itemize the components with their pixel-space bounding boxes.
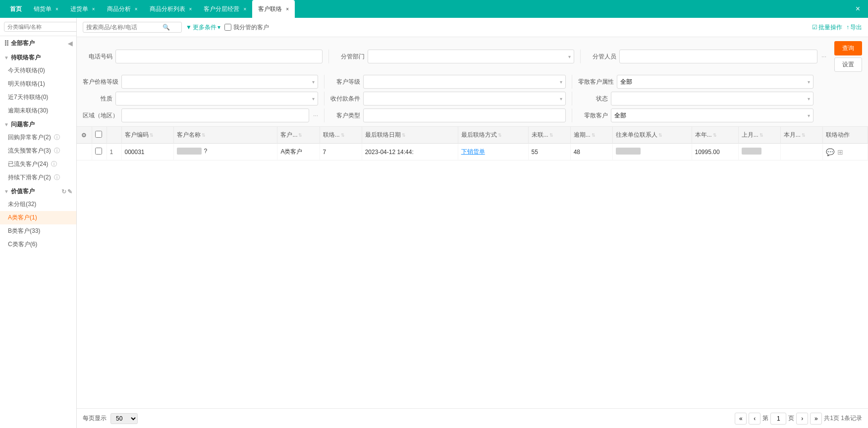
wait-contact-group[interactable]: ▼ 待联络客户	[0, 51, 76, 64]
payment-select[interactable]: ▾	[363, 92, 566, 106]
refresh-icon[interactable]: ↻	[61, 188, 66, 195]
nav-purchase-close[interactable]: ×	[92, 6, 95, 12]
next-page-btn[interactable]: ›	[796, 413, 808, 425]
manager-input[interactable]	[619, 50, 817, 63]
sidebar-class-a[interactable]: A类客户(1)	[0, 211, 76, 224]
gear-column-header[interactable]: ⚙	[77, 127, 92, 144]
phone-input[interactable]	[115, 50, 323, 63]
customer-level-select[interactable]: ▾	[363, 75, 566, 89]
type-column-header[interactable]: 客户... ⇅	[277, 127, 320, 144]
sidebar-today-contact[interactable]: 今天待联络(0)	[0, 64, 76, 77]
select-all-checkbox[interactable]	[95, 131, 102, 138]
all-customers-header[interactable]: ⠿ 全部客户 ◀	[0, 36, 76, 51]
code-column-header[interactable]: 客户编码 ⇅	[121, 127, 174, 144]
region-dots[interactable]: ···	[313, 112, 318, 119]
contact-action-icon[interactable]: 💬	[826, 148, 834, 156]
sidebar-week-contact[interactable]: 近7天待联络(0)	[0, 91, 76, 104]
nav-customer-contact[interactable]: 客户联络 ×	[252, 0, 295, 18]
price-level-select[interactable]: ▾	[121, 75, 318, 89]
filter-search-icon[interactable]: 🔍	[163, 24, 170, 31]
this-year-header[interactable]: 本年... ⇅	[692, 127, 738, 144]
filter-search-input[interactable]	[86, 24, 161, 31]
sidebar-unclassified[interactable]: 未分组(32)	[0, 198, 76, 211]
sidebar-churn-warning[interactable]: 流失预警客户(3) ⓘ	[0, 144, 76, 158]
filter-search-box[interactable]: 🔍	[83, 22, 182, 33]
export-btn[interactable]: ↑ 导出	[846, 23, 862, 32]
retail-customer-select[interactable]: 全部 ▾	[611, 108, 814, 122]
sidebar-class-c[interactable]: C类客户(6)	[0, 238, 76, 251]
sidebar-class-b[interactable]: B类客户(33)	[0, 224, 76, 238]
nav-customer-segment-close[interactable]: ×	[243, 6, 246, 12]
customer-type-input[interactable]	[363, 108, 566, 122]
nav-home[interactable]: 首页	[4, 0, 28, 18]
nature-label: 性质	[83, 95, 112, 103]
name-column-header[interactable]: 客户名称 ⇅	[174, 127, 277, 144]
row-checkbox[interactable]	[92, 144, 107, 160]
sidebar-tomorrow-contact[interactable]: 明天待联络(1)	[0, 77, 76, 91]
nav-product-analysis-list[interactable]: 商品分析列表 ×	[144, 0, 198, 18]
this-month-header[interactable]: 本月... ⇅	[780, 127, 822, 144]
filter-row-2: 客户价格等级 ▾ 客户等级 ▾ 零散客户属性	[83, 75, 862, 89]
contact-count-header[interactable]: 联络... ⇅	[320, 127, 362, 144]
nav-customer-segment[interactable]: 客户分层经营 ×	[198, 0, 252, 18]
nav-product-analysis-close[interactable]: ×	[135, 6, 138, 12]
sidebar: 🔍 ⠿ 全部客户 ◀ ▼ 待联络客户 今天待联络(0) 明天待联络(1) 近7天…	[0, 18, 77, 428]
my-customers-checkbox[interactable]: 我分管的客户	[224, 23, 269, 32]
more-filters-btn[interactable]: ▼ 更多条件 ▾	[186, 23, 220, 32]
edit-icon[interactable]: ✎	[67, 188, 72, 195]
last-method-link[interactable]: 下销货单	[461, 148, 485, 155]
row-last-method[interactable]: 下销货单	[458, 144, 528, 160]
window-close-btn[interactable]: ×	[852, 4, 864, 13]
retail-attr-chevron: ▾	[808, 79, 810, 85]
payment-chevron: ▾	[560, 96, 562, 102]
last-month-header[interactable]: 上月... ⇅	[738, 127, 780, 144]
batch-op-btn[interactable]: ☑ 批量操作	[812, 23, 842, 32]
manager-dots[interactable]: ···	[821, 53, 826, 60]
last-date-header[interactable]: 最后联络日期 ⇅	[362, 127, 458, 144]
settings-button[interactable]: 设置	[834, 57, 862, 72]
sidebar-overdue-contact[interactable]: 逾期未联络(30)	[0, 104, 76, 117]
sidebar-repurchase-abnormal[interactable]: 回购异常客户(2) ⓘ	[0, 131, 76, 144]
sidebar-declining[interactable]: 持续下滑客户(2) ⓘ	[0, 171, 76, 184]
retail-attr-select[interactable]: 全部 ▾	[617, 75, 814, 89]
filter-retail-attr: 零散客户属性 全部 ▾	[578, 75, 814, 89]
page-number-input[interactable]	[770, 413, 786, 425]
nav-product-analysis[interactable]: 商品分析 ×	[101, 0, 144, 18]
filter-payment: 收付款条件 ▾	[330, 92, 566, 106]
filter-icon: ▼	[186, 24, 192, 31]
row-last-month	[738, 144, 780, 160]
filter-phone: 电话号码	[83, 50, 323, 63]
hist-contact-header[interactable]: 往来单位联系人 ⇅	[612, 127, 692, 144]
nav-sales-close[interactable]: ×	[55, 6, 58, 12]
prev-page-btn[interactable]: ‹	[749, 413, 760, 425]
sidebar-churned[interactable]: 已流失客户(24) ⓘ	[0, 158, 76, 171]
first-page-btn[interactable]: «	[735, 413, 747, 425]
last-page-btn[interactable]: »	[810, 413, 822, 425]
sidebar-search-input[interactable]	[4, 22, 77, 32]
dept-select[interactable]: ▾	[368, 50, 575, 63]
info-icon2: ⓘ	[54, 147, 60, 155]
problem-customers-group[interactable]: ▼ 问题客户	[0, 117, 76, 131]
page-size-select[interactable]: 50 100 200	[110, 413, 138, 424]
nature-select[interactable]: ▾	[115, 92, 318, 106]
row-select-cb[interactable]	[95, 148, 102, 155]
nav-product-analysis-list-close[interactable]: ×	[189, 6, 192, 12]
checkbox-column-header	[92, 127, 107, 144]
qr-action-icon[interactable]: ⊞	[837, 148, 843, 156]
overdue-header[interactable]: 逾期... ⇅	[570, 127, 612, 144]
nav-customer-contact-close[interactable]: ×	[286, 6, 289, 12]
nav-purchase[interactable]: 进货单 ×	[64, 0, 101, 18]
no-contact-header[interactable]: 未联... ⇅	[528, 127, 570, 144]
collapse-icon[interactable]: ◀	[68, 40, 72, 47]
status-select[interactable]: ▾	[611, 92, 814, 106]
rownum-column-header	[107, 127, 121, 144]
my-customers-cb[interactable]	[224, 24, 231, 31]
region-input[interactable]	[121, 108, 309, 122]
filter-bar: 🔍 ▼ 更多条件 ▾ 我分管的客户 ☑ 批量操作 ↑ 导出	[77, 18, 868, 37]
value-customers-group[interactable]: ▼ 价值客户 ↻ ✎	[0, 184, 76, 198]
last-method-header[interactable]: 最后联络方式 ⇅	[458, 127, 528, 144]
nav-sales[interactable]: 销货单 ×	[28, 0, 64, 18]
customer-type-label: 客户类型	[330, 111, 360, 120]
query-button[interactable]: 查询	[834, 41, 862, 55]
price-level-label: 客户价格等级	[83, 78, 118, 86]
